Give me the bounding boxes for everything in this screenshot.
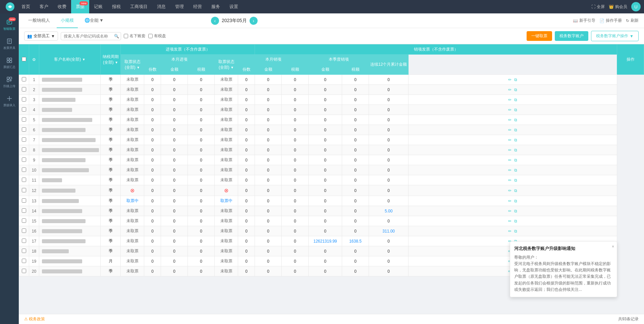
nav-management[interactable]: 管理: [170, 0, 189, 13]
tax-digital-operation-btn[interactable]: 税务数字账户操作 ▼: [591, 31, 639, 41]
edit-btn[interactable]: ✏: [508, 148, 512, 152]
nav-billing[interactable]: 收费: [53, 0, 71, 13]
copy-btn[interactable]: ⧉: [514, 87, 517, 92]
row-checkbox[interactable]: [19, 115, 29, 125]
row-checkbox[interactable]: [19, 105, 29, 115]
copy-btn[interactable]: ⧉: [514, 178, 517, 183]
edit-btn[interactable]: ✏: [508, 168, 512, 173]
row-in-count: 0: [144, 135, 161, 145]
tab-general-taxpayer[interactable]: 一般纳税人: [24, 13, 54, 28]
edit-btn[interactable]: ✏: [508, 118, 512, 122]
nav-business[interactable]: 工商项目: [125, 0, 152, 13]
row-checkbox[interactable]: [19, 266, 29, 276]
edit-btn[interactable]: ✏: [508, 128, 512, 132]
header-row-1: ⚙ 客户名称(全部) ▼ 纳税周期(全部) ▼ 进项发票（不含作废票） 销项发票…: [19, 45, 644, 55]
row-checkbox[interactable]: [19, 85, 29, 95]
refresh-btn[interactable]: ↻刷新: [626, 18, 639, 23]
next-month-btn[interactable]: ›: [250, 17, 258, 25]
col-quarterly-sales-header: 本季度销项: [309, 55, 369, 65]
row-checkbox[interactable]: [19, 175, 29, 185]
tax-policy-link[interactable]: ⚠ 税务政策: [24, 316, 45, 322]
row-in-tax: 0: [188, 115, 215, 125]
copy-btn[interactable]: ⧉: [514, 199, 517, 203]
edit-btn[interactable]: ✏: [508, 209, 512, 213]
copy-btn[interactable]: ⧉: [514, 98, 517, 102]
edit-btn[interactable]: ✏: [508, 77, 512, 82]
edit-btn[interactable]: ✏: [508, 178, 512, 183]
avatar[interactable]: U: [631, 2, 641, 11]
notif-close-btn[interactable]: ×: [612, 244, 614, 249]
search-input[interactable]: [61, 32, 121, 40]
sidebar-item-scan[interactable]: 扫描上传: [1, 73, 18, 91]
sidebar-item-summary[interactable]: 票据汇总: [1, 54, 18, 72]
guide-btn[interactable]: 📖新手引导: [573, 18, 595, 23]
edit-btn[interactable]: ✏: [508, 98, 512, 102]
row-checkbox[interactable]: [19, 196, 29, 206]
row-checkbox[interactable]: [19, 155, 29, 165]
select-all-checkbox[interactable]: [22, 57, 26, 61]
nav-settings[interactable]: 设置: [225, 0, 243, 13]
row-checkbox[interactable]: [19, 75, 29, 85]
nav-tax[interactable]: 报税: [107, 0, 125, 13]
one-click-fetch-btn[interactable]: 一键取票: [527, 31, 552, 41]
row-checkbox[interactable]: [19, 125, 29, 135]
row-in-count: 0: [144, 125, 161, 135]
has-taxpad-checkbox[interactable]: 有税盘: [148, 33, 166, 39]
nav-home[interactable]: 首页: [17, 0, 35, 13]
row-checkbox[interactable]: [19, 216, 29, 226]
edit-btn[interactable]: ✏: [508, 158, 512, 163]
nav-customer[interactable]: 客户: [35, 0, 53, 13]
nav-operations[interactable]: 经营: [189, 0, 207, 13]
tax-digital-account-btn[interactable]: 税务数字账户: [555, 31, 588, 41]
copy-btn[interactable]: ⧉: [514, 138, 517, 142]
nav-invoice[interactable]: 票据 new: [71, 0, 89, 13]
settings-icon[interactable]: ⚙: [32, 57, 36, 62]
nav-services[interactable]: 服务: [207, 0, 225, 13]
tab-all-capable[interactable]: 🌐 全能 ▼: [80, 13, 108, 28]
copy-btn[interactable]: ⧉: [514, 168, 517, 173]
row-checkbox[interactable]: [19, 246, 29, 256]
copy-btn[interactable]: ⧉: [514, 158, 517, 163]
copy-btn[interactable]: ⧉: [514, 209, 517, 213]
edit-btn[interactable]: ✏: [508, 87, 512, 92]
edit-btn[interactable]: ✏: [508, 199, 512, 203]
row-checkbox[interactable]: [19, 145, 29, 155]
prev-month-btn[interactable]: ‹: [211, 17, 219, 25]
copy-btn[interactable]: ⧉: [514, 77, 517, 82]
table-row: 13 季 取票中 0 0 0 取票中 0 0 0 0 0 0 ✏ ⧉: [19, 196, 644, 206]
row-checkbox[interactable]: [19, 226, 29, 236]
employee-select[interactable]: 👥 全部员工 ▼: [24, 31, 58, 41]
copy-btn[interactable]: ⧉: [514, 118, 517, 122]
edit-btn[interactable]: ✏: [508, 108, 512, 112]
row-checkbox[interactable]: [19, 236, 29, 246]
manual-btn[interactable]: 📄操作手册: [599, 18, 622, 23]
row-checkbox[interactable]: [19, 95, 29, 105]
edit-btn[interactable]: ✏: [508, 229, 512, 234]
copy-btn[interactable]: ⧉: [514, 108, 517, 112]
fullscreen-btn[interactable]: ⛶全屏: [591, 4, 605, 10]
copy-btn[interactable]: ⧉: [514, 148, 517, 152]
row-q-tax: 0: [342, 226, 369, 236]
nav-messages[interactable]: 消息: [152, 0, 170, 13]
sidebar-item-smart-ticket[interactable]: new 智能取票: [1, 16, 18, 34]
edit-btn[interactable]: ✏: [508, 138, 512, 142]
member-btn[interactable]: 👑购会员: [609, 4, 627, 10]
row-checkbox[interactable]: [19, 135, 29, 145]
row-checkbox[interactable]: [19, 185, 29, 196]
edit-btn[interactable]: ✏: [508, 219, 512, 223]
copy-btn[interactable]: ⧉: [514, 229, 517, 234]
copy-btn[interactable]: ⧉: [514, 128, 517, 132]
copy-btn[interactable]: ⧉: [514, 219, 517, 223]
row-checkbox[interactable]: [19, 206, 29, 216]
sidebar-item-entry[interactable]: 票据录入: [1, 92, 18, 110]
my-accounts-checkbox[interactable]: 名下账套: [124, 33, 146, 39]
row-checkbox[interactable]: [19, 256, 29, 266]
edit-btn[interactable]: ✏: [508, 188, 512, 193]
sidebar-item-invoice-issue[interactable]: 发票开具: [1, 35, 18, 53]
row-checkbox[interactable]: [19, 165, 29, 175]
tab-small-scale[interactable]: 小规模: [57, 13, 78, 28]
nav-accounting[interactable]: 记账: [89, 0, 107, 13]
row-customer-name: [39, 236, 101, 246]
copy-btn[interactable]: ⧉: [514, 188, 517, 193]
search-icon[interactable]: 🔍: [114, 34, 119, 39]
